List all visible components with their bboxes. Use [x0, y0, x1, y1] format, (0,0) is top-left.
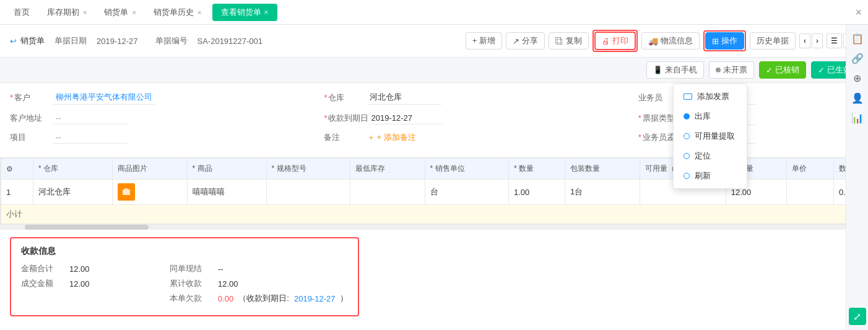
- operations-dropdown: 添加发票 出库 可用量提取 定位 刷新: [673, 84, 747, 189]
- add-note-icon: ＋: [367, 132, 375, 143]
- cell-price: [787, 180, 834, 205]
- subtotal-label: 小计: [1, 205, 867, 224]
- main-area: ↩ 销货单 单据日期 2019-12-27 单据编号 SA-20191227-0…: [0, 25, 868, 330]
- print-icon: 🖨: [602, 37, 610, 46]
- tab-sales-order[interactable]: 销货单 ×: [95, 0, 144, 24]
- address-label: 客户地址: [10, 113, 53, 124]
- payment-box: 收款信息 金额合计 12.00 同单现结 -- 成交金额 12.00 累计收款: [10, 237, 359, 316]
- sidebar-expand-button[interactable]: ⤢: [849, 308, 866, 325]
- col-qty: * 数量: [509, 158, 565, 180]
- dropdown-add-invoice[interactable]: 添加发票: [674, 87, 747, 106]
- number-label: 单据编号: [155, 35, 188, 46]
- print-highlight-box: 🖨 打印: [592, 30, 638, 52]
- tab-close-view-sales[interactable]: ×: [264, 7, 269, 17]
- dropdown-available-qty[interactable]: 可用量提取: [674, 126, 747, 146]
- svg-rect-0: [123, 189, 130, 195]
- cell-warehouse: 河北仓库: [33, 180, 112, 205]
- outbound-icon: [684, 113, 690, 119]
- col-min-stock: 最低库存: [350, 158, 425, 180]
- cumulative-value: 12.00: [218, 279, 238, 289]
- cell-min-stock: [350, 180, 425, 205]
- horizontal-scrollbar[interactable]: [0, 225, 868, 230]
- tab-home[interactable]: 首页: [5, 0, 38, 24]
- arrears-value: 0.00: [218, 294, 233, 303]
- tab-sales-history[interactable]: 销货单历史 ×: [145, 0, 210, 24]
- tab-view-sales[interactable]: 查看销货单 ×: [212, 4, 277, 21]
- col-settings[interactable]: ⚙: [1, 158, 33, 180]
- scrollbar-thumb[interactable]: [25, 225, 149, 230]
- note-field: 备注 ＋ + 添加备注: [324, 132, 638, 143]
- copy-button[interactable]: ⿻ 复制: [549, 32, 589, 50]
- address-field: 客户地址 --: [10, 112, 324, 124]
- share-button[interactable]: ↗ 分享: [506, 32, 545, 50]
- prev-arrow[interactable]: ‹: [799, 33, 810, 48]
- confirmed-icon: ✓: [766, 66, 773, 75]
- payment-row-3: 本单欠款 0.00 （收款到期日: 2019-12-27 ）: [21, 293, 348, 304]
- transaction-field: 成交金额 12.00: [21, 278, 145, 289]
- salesperson-field: 业务员孟 --: [638, 131, 858, 144]
- cell-img: [112, 180, 187, 205]
- same-settlement-field: 同单现结 --: [170, 263, 293, 274]
- ticket-type-field: 票据类型 不开票: [638, 111, 858, 125]
- sidebar-icon-2[interactable]: 🔗: [849, 50, 866, 67]
- address-value: --: [53, 112, 128, 124]
- locate-icon: [684, 153, 690, 159]
- new-button[interactable]: + 新增: [466, 32, 502, 50]
- project-label: 项目: [10, 132, 53, 143]
- add-note-button[interactable]: ＋ + 添加备注: [367, 132, 415, 143]
- customer-value[interactable]: 柳州粤港平安气体有限公司: [53, 90, 155, 105]
- dropdown-outbound[interactable]: 出库: [674, 106, 747, 126]
- col-unit: * 销售单位: [425, 158, 508, 180]
- date-value: 2019-12-27: [97, 37, 138, 46]
- col-spec: * 规格型号: [266, 158, 350, 180]
- sidebar-icon-3[interactable]: ⊕: [849, 69, 866, 87]
- doc-meta: 单据日期 2019-12-27 单据编号 SA-20191227-001: [54, 35, 267, 46]
- tab-inventory-init[interactable]: 库存期初 ×: [38, 0, 95, 24]
- tab-bar: 首页 库存期初 × 销货单 × 销货单历史 × 查看销货单 × ×: [0, 0, 868, 25]
- arrears-label: 本单欠款: [170, 293, 213, 304]
- customer-label: 客户: [10, 92, 53, 103]
- cumulative-field: 累计收款 12.00: [170, 278, 293, 289]
- payment-row-1: 金额合计 12.00 同单现结 --: [21, 263, 348, 274]
- available-qty-icon: [684, 133, 690, 139]
- tab-close-sales-history[interactable]: ×: [197, 9, 201, 16]
- operations-button[interactable]: ⊞ 操作: [705, 32, 744, 50]
- doc-header: ↩ 销货单 单据日期 2019-12-27 单据编号 SA-20191227-0…: [0, 25, 868, 58]
- close-all-button[interactable]: ×: [855, 6, 862, 19]
- payment-section: 收款信息 金额合计 12.00 同单现结 -- 成交金额 12.00 累计收款: [0, 230, 868, 324]
- sidebar-icon-5[interactable]: 📊: [849, 109, 866, 126]
- tab-close-sales-order[interactable]: ×: [132, 9, 136, 16]
- mobile-icon: 📱: [653, 66, 662, 74]
- warehouse-value: 河北仓库: [367, 90, 441, 105]
- list-view-icon[interactable]: ☰: [827, 33, 842, 48]
- next-arrow[interactable]: ›: [812, 33, 823, 48]
- due-date-field: 收款到期日 2019-12-27: [324, 112, 638, 124]
- cell-qty: 1.00: [509, 180, 565, 205]
- refresh-icon: [684, 173, 690, 179]
- product-image: [118, 183, 135, 201]
- col-pkg-qty: 包装数量: [565, 158, 640, 180]
- sidebar-icon-1[interactable]: 📋: [849, 30, 866, 47]
- same-settlement-value: --: [218, 264, 224, 274]
- toolbar-row: 📱 来自手机 未开票 ✓ 已核销 ✓ 已生效: [0, 58, 868, 83]
- staff-field: 业务员 演示账号: [638, 90, 858, 105]
- history-button[interactable]: 历史单据: [750, 32, 796, 50]
- not-open-button[interactable]: 未开票: [709, 61, 754, 79]
- operations-highlight-box: ⊞ 操作: [703, 30, 746, 51]
- effective-icon: ✓: [818, 66, 825, 75]
- cumulative-label: 累计收款: [170, 278, 213, 289]
- dropdown-locate[interactable]: 定位: [674, 146, 747, 166]
- col-img: 商品图片: [112, 158, 187, 180]
- date-label: 单据日期: [54, 35, 87, 46]
- warehouse-label: 仓库: [324, 92, 367, 103]
- confirmed-button[interactable]: ✓ 已核销: [759, 61, 806, 79]
- same-settlement-label: 同单现结: [170, 263, 213, 274]
- logistics-icon: 🚚: [648, 37, 658, 46]
- tab-close-inventory-init[interactable]: ×: [83, 9, 87, 16]
- print-button[interactable]: 🖨 打印: [594, 32, 636, 50]
- sidebar-icon-4[interactable]: 👤: [849, 89, 866, 106]
- dropdown-refresh[interactable]: 刷新: [674, 166, 747, 186]
- logistics-button[interactable]: 🚚 物流信息: [641, 32, 700, 50]
- from-mobile-button[interactable]: 📱 来自手机: [646, 61, 704, 79]
- col-product: * 商品: [187, 158, 266, 180]
